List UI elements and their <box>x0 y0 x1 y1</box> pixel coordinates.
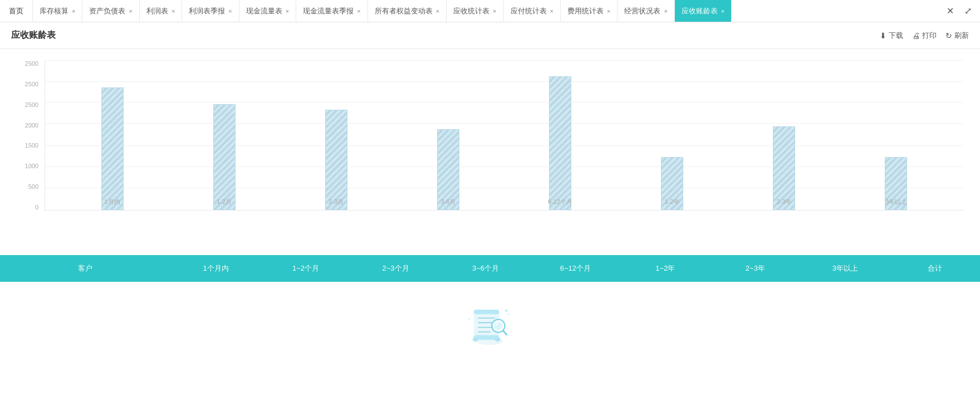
tab-profit-quarterly[interactable]: 利润表季报 × <box>182 0 239 22</box>
x-label-23y: 2-3年 <box>728 198 840 206</box>
x-label-3y: 3年以上 <box>840 198 952 206</box>
tab-label: 利润表季报 <box>189 6 225 16</box>
tab-close-icon[interactable]: × <box>357 8 360 14</box>
y-label-2500-top: 2500 <box>25 60 38 67</box>
y-label-1500: 1500 <box>25 142 38 149</box>
bar-1m <box>101 87 124 210</box>
print-label: 打印 <box>922 31 937 41</box>
tab-expense-stats[interactable]: 费用统计表 × <box>561 0 618 22</box>
tab-label: 现金流量表 <box>246 6 282 16</box>
tab-close-icon[interactable]: × <box>129 8 132 14</box>
tab-inventory[interactable]: 库存核算 × <box>33 0 82 22</box>
print-button[interactable]: 🖨 打印 <box>912 31 937 41</box>
tab-label: 资产负债表 <box>89 6 125 16</box>
print-icon: 🖨 <box>912 31 920 40</box>
tab-close-icon[interactable]: × <box>72 8 75 14</box>
svg-point-14 <box>468 318 470 320</box>
tab-profit[interactable]: 利润表 × <box>140 0 182 22</box>
tab-close-icon[interactable]: × <box>436 8 439 14</box>
y-label-2500: 2500 <box>25 81 38 87</box>
tab-close-icon[interactable]: × <box>607 8 610 14</box>
th-36m: 3~6个月 <box>440 263 530 273</box>
chart-area: 2500 2500 2500 2000 1500 1000 500 0 <box>0 49 980 255</box>
y-label-2500b: 2500 <box>25 101 38 108</box>
download-button[interactable]: ⬇ 下载 <box>880 31 903 41</box>
bar-612m <box>549 76 571 210</box>
empty-state <box>0 282 980 349</box>
download-icon: ⬇ <box>880 31 886 40</box>
tab-ap-stats[interactable]: 应付统计表 × <box>504 0 561 22</box>
x-label-36m: 3-6月 <box>392 198 504 206</box>
tab-label: 应收统计表 <box>453 6 489 16</box>
tab-close-icon[interactable]: × <box>228 8 232 14</box>
download-label: 下载 <box>889 31 903 41</box>
tab-home[interactable]: 首页 <box>0 0 33 22</box>
close-icon: ✕ <box>947 6 954 16</box>
tab-cashflow[interactable]: 现金流量表 × <box>239 0 296 22</box>
tab-label: 费用统计表 <box>567 6 604 16</box>
svg-rect-3 <box>474 335 499 340</box>
refresh-label: 刷新 <box>954 31 969 41</box>
y-label-0: 0 <box>35 204 38 211</box>
x-label-612m: 6-12个月 <box>504 198 616 206</box>
tab-label: 库存核算 <box>40 6 68 16</box>
chart-container: 2500 2500 2500 2000 1500 1000 500 0 <box>17 60 963 227</box>
table-header: 客户 1个月内 1~2个月 2~3个月 3~6个月 6~12个月 1~2年 2~… <box>0 255 980 282</box>
y-axis: 2500 2500 2500 2000 1500 1000 500 0 <box>17 60 42 211</box>
tab-close-icon[interactable]: × <box>721 8 724 14</box>
y-label-1000: 1000 <box>25 163 38 169</box>
empty-state-icon <box>462 299 518 349</box>
th-12m: 1~2个月 <box>261 263 350 273</box>
th-3y: 3年以上 <box>800 263 890 273</box>
th-612m: 6~12个月 <box>531 263 620 273</box>
svg-point-11 <box>495 322 498 325</box>
page-actions: ⬇ 下载 🖨 打印 ↻ 刷新 <box>880 31 969 41</box>
page-header: 应收账龄表 ⬇ 下载 🖨 打印 ↻ 刷新 <box>0 22 980 49</box>
tab-label: 经营状况表 <box>624 6 660 16</box>
bars-container <box>45 60 963 210</box>
svg-rect-2 <box>474 310 499 314</box>
x-label-23m: 2-3月 <box>280 198 392 206</box>
bar-group-1m <box>101 87 124 210</box>
th-23y: 2~3年 <box>710 263 800 273</box>
tab-ar-aging[interactable]: 应收账龄表 × <box>675 0 732 22</box>
tab-equity[interactable]: 所有者权益变动表 × <box>368 0 447 22</box>
tab-close-icon[interactable]: × <box>664 8 667 14</box>
svg-line-10 <box>503 331 507 335</box>
th-23m: 2~3个月 <box>351 263 440 273</box>
x-label-12y: 1-2年 <box>616 198 728 206</box>
tab-close-icon[interactable]: × <box>550 8 553 14</box>
x-label-1m: 1月内 <box>56 198 168 206</box>
window-maximize-button[interactable]: ⤢ <box>960 3 976 19</box>
svg-point-9 <box>494 322 503 330</box>
main-content: 2500 2500 2500 2000 1500 1000 500 0 <box>0 49 980 401</box>
tab-label: 所有者权益变动表 <box>375 6 433 16</box>
tab-cashflow-quarterly[interactable]: 现金流量表季报 × <box>296 0 367 22</box>
svg-point-13 <box>508 314 509 315</box>
x-label-12m: 1-2月 <box>168 198 280 206</box>
y-label-2000: 2000 <box>25 122 38 129</box>
tab-close-icon[interactable]: × <box>286 8 289 14</box>
tab-label: 现金流量表季报 <box>303 6 354 16</box>
th-1m: 1个月内 <box>171 263 261 273</box>
x-axis: 1月内 1-2月 2-3月 3-6月 6-12个月 1-2年 2-3年 3年以上 <box>45 193 963 210</box>
tab-label: 应付统计表 <box>511 6 547 16</box>
tab-ar-stats[interactable]: 应收统计表 × <box>447 0 503 22</box>
svg-point-12 <box>505 309 508 312</box>
th-total: 合计 <box>890 263 980 273</box>
tab-label: 首页 <box>9 6 23 16</box>
tab-bar: 首页 库存核算 × 资产负债表 × 利润表 × 利润表季报 × 现金流量表 × … <box>0 0 980 22</box>
tab-biz-status[interactable]: 经营状况表 × <box>618 0 674 22</box>
tab-label: 应收账龄表 <box>682 6 718 16</box>
th-12y: 1~2年 <box>620 263 710 273</box>
window-close-button[interactable]: ✕ <box>942 3 958 19</box>
th-customer: 客户 <box>0 263 171 273</box>
page-title: 应收账龄表 <box>11 30 56 41</box>
tab-close-icon[interactable]: × <box>171 8 175 14</box>
chart-plot: 1月内 1-2月 2-3月 3-6月 6-12个月 1-2年 2-3年 3年以上 <box>45 60 963 211</box>
refresh-button[interactable]: ↻ 刷新 <box>945 31 969 41</box>
y-label-500: 500 <box>28 183 38 190</box>
tab-label: 利润表 <box>146 6 168 16</box>
tab-balance[interactable]: 资产负债表 × <box>82 0 139 22</box>
tab-close-icon[interactable]: × <box>493 8 496 14</box>
